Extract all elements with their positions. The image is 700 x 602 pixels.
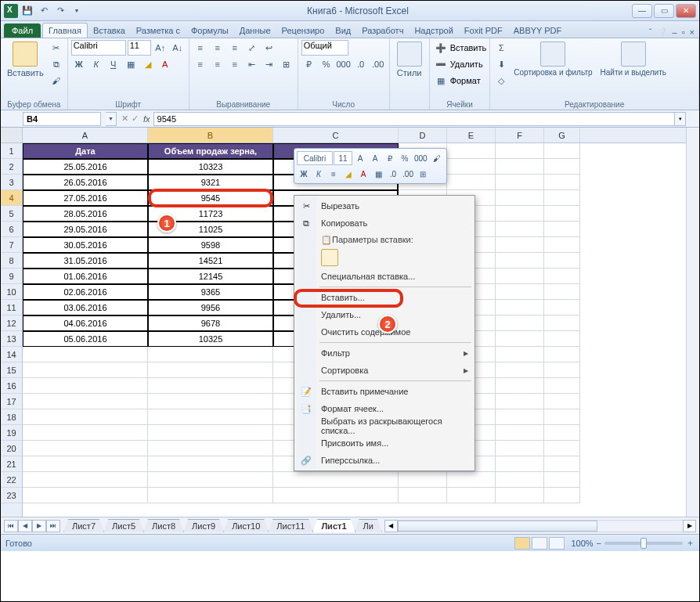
hscroll-left-icon[interactable]: ◀	[384, 520, 398, 532]
cell[interactable]	[544, 175, 580, 190]
sheet-tab[interactable]: Лист8	[143, 519, 184, 532]
cell[interactable]	[544, 425, 580, 441]
underline-button[interactable]: Ч	[106, 56, 121, 72]
cell[interactable]: 03.06.2016	[23, 300, 148, 315]
expand-formula-icon[interactable]: ▾	[675, 112, 686, 126]
increase-decimal-icon[interactable]: .0	[353, 56, 369, 72]
sheet-tab[interactable]: Лист11	[268, 519, 313, 532]
cut-icon[interactable]: ✂	[49, 40, 64, 56]
cell[interactable]	[544, 409, 580, 425]
undo-icon[interactable]: ↶	[37, 4, 51, 18]
ctx-hyperlink[interactable]: 🔗Гиперссылка...	[296, 452, 473, 469]
sheet-tab[interactable]: Лист1	[312, 519, 355, 532]
mini-inc-decimal-icon[interactable]: .0	[386, 167, 400, 181]
hscroll-right-icon[interactable]: ▶	[683, 520, 696, 532]
cell[interactable]: 01.06.2016	[23, 269, 148, 284]
row-header[interactable]: 15	[1, 362, 22, 378]
cell[interactable]	[544, 378, 580, 394]
cell[interactable]	[544, 284, 580, 300]
ctx-comment[interactable]: 📝Вставить примечание	[296, 383, 473, 400]
cell[interactable]	[496, 331, 544, 347]
cell[interactable]: 31.05.2016	[23, 253, 148, 269]
cell[interactable]: Дата	[23, 143, 148, 159]
cell[interactable]	[23, 441, 148, 456]
currency-icon[interactable]: ₽	[301, 56, 317, 72]
cell[interactable]	[399, 472, 447, 488]
file-tab[interactable]: Файл	[4, 23, 41, 38]
cell[interactable]	[496, 190, 544, 206]
tab-page-layout[interactable]: Разметка с	[131, 23, 186, 38]
sheet-tab[interactable]: Лист10	[223, 519, 269, 532]
orientation-icon[interactable]: ⤢	[244, 40, 260, 56]
cell[interactable]	[399, 488, 447, 503]
align-bottom-icon[interactable]: ≡	[227, 40, 243, 56]
formula-input[interactable]: 9545	[153, 112, 675, 126]
cell[interactable]	[496, 441, 544, 456]
ctx-define-name[interactable]: Присвоить имя...	[296, 434, 473, 452]
cell[interactable]	[23, 378, 148, 394]
decrease-indent-icon[interactable]: ⇤	[244, 56, 260, 72]
align-right-icon[interactable]: ≡	[227, 56, 243, 72]
row-header[interactable]: 8	[1, 253, 22, 269]
paste-button[interactable]: Вставить	[4, 40, 47, 79]
percent-icon[interactable]: %	[319, 56, 334, 72]
tab-insert[interactable]: Вставка	[88, 23, 131, 38]
tab-view[interactable]: Вид	[330, 23, 356, 38]
cell[interactable]: 9598	[148, 237, 273, 253]
sheet-tab[interactable]: Лист9	[183, 519, 224, 532]
cell[interactable]	[544, 456, 580, 472]
autosum-icon[interactable]: Σ	[493, 40, 509, 56]
cell[interactable]	[496, 175, 544, 190]
row-header[interactable]: 16	[1, 378, 22, 394]
tab-foxit[interactable]: Foxit PDF	[459, 23, 508, 38]
col-B[interactable]: B	[148, 128, 273, 142]
cell[interactable]	[544, 472, 580, 488]
cell[interactable]	[148, 362, 273, 378]
cell[interactable]	[23, 409, 148, 425]
wrap-text-icon[interactable]: ↩	[262, 40, 277, 56]
sheet-last-icon[interactable]: ⏭	[46, 520, 60, 532]
cell[interactable]	[496, 300, 544, 315]
col-A[interactable]: A	[23, 128, 148, 142]
cell[interactable]	[544, 269, 580, 284]
ctx-dropdown-list[interactable]: Выбрать из раскрывающегося списка...	[296, 417, 473, 434]
cell[interactable]	[496, 409, 544, 425]
view-page-layout-icon[interactable]	[532, 537, 547, 550]
cell[interactable]	[496, 425, 544, 441]
cell[interactable]	[496, 472, 544, 488]
cell[interactable]: 30.05.2016	[23, 237, 148, 253]
ctx-format-cells[interactable]: 📑Формат ячеек...	[296, 400, 473, 417]
enter-formula-icon[interactable]: ✓	[132, 114, 139, 124]
cell[interactable]	[544, 190, 580, 206]
cell[interactable]	[544, 159, 580, 175]
cell[interactable]	[496, 253, 544, 269]
cell[interactable]	[23, 362, 148, 378]
cell[interactable]	[148, 472, 273, 488]
qat-dropdown-icon[interactable]: ▼	[70, 4, 84, 18]
tab-developer[interactable]: Разработч	[356, 23, 409, 38]
cell[interactable]	[496, 488, 544, 503]
maximize-button[interactable]: ▭	[654, 4, 674, 18]
decrease-font-icon[interactable]: A↓	[170, 40, 186, 56]
cell[interactable]	[544, 253, 580, 269]
cell[interactable]	[447, 143, 496, 159]
mini-italic[interactable]: К	[312, 167, 326, 181]
tab-abbyy[interactable]: ABBYY PDF	[508, 23, 568, 38]
mini-format-painter-icon[interactable]: 🖌	[430, 151, 444, 165]
cell[interactable]	[544, 362, 580, 378]
mini-dec-decimal-icon[interactable]: .00	[401, 167, 415, 181]
increase-font-icon[interactable]: A↑	[153, 40, 168, 56]
cell[interactable]: 9321	[148, 175, 273, 190]
cell[interactable]: 9365	[148, 284, 273, 300]
cell[interactable]	[496, 315, 544, 331]
cell[interactable]: Объем продаж зерна,	[148, 143, 273, 159]
mini-merge-icon[interactable]: ⊞	[416, 167, 430, 181]
row-header[interactable]: 19	[1, 425, 22, 441]
row-header[interactable]: 17	[1, 394, 22, 409]
number-format-combo[interactable]: Общий	[301, 40, 348, 56]
ctx-filter[interactable]: Фильтр▶	[296, 344, 473, 362]
copy-icon[interactable]: ⧉	[49, 56, 64, 72]
row-header[interactable]: 23	[1, 488, 22, 503]
ctx-sort[interactable]: Сортировка▶	[296, 362, 473, 379]
cells-format[interactable]: ▦Формат	[433, 73, 487, 88]
